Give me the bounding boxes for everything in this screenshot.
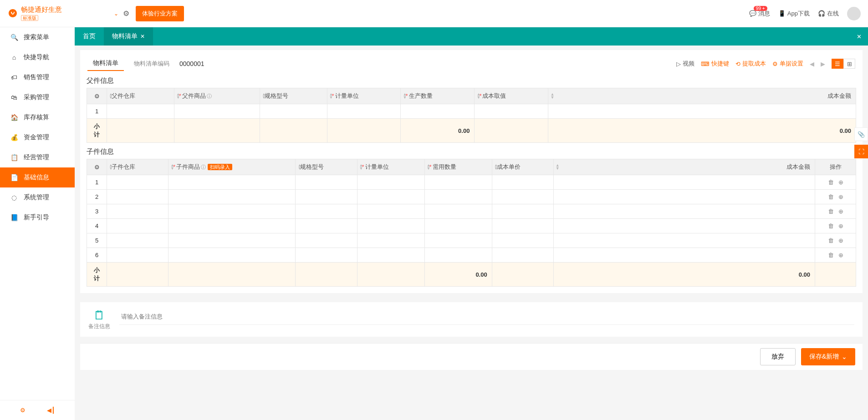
close-all-tabs-button[interactable]: ✕: [850, 27, 868, 46]
sidebar-item-purchase[interactable]: 🛍采购管理: [0, 87, 75, 107]
delete-row-icon[interactable]: 🗑: [828, 252, 834, 258]
col-parent-warehouse[interactable]: ▲▼父件仓库: [107, 88, 174, 104]
attachment-handle[interactable]: 📎: [854, 127, 868, 141]
delete-row-icon[interactable]: 🗑: [828, 179, 834, 186]
child-row[interactable]: 4🗑⊕: [87, 219, 856, 233]
col-child-product[interactable]: ▲▼*子件商品ⓘ扫码录入: [168, 159, 296, 175]
prev-page-button[interactable]: ◀: [810, 61, 814, 67]
col-child-costamount[interactable]: ▲▼成本金额: [553, 159, 815, 175]
sidebar-item-quicknav[interactable]: ⌂快捷导航: [0, 47, 75, 67]
child-row[interactable]: 3🗑⊕: [87, 204, 856, 219]
col-child-uom[interactable]: ▲▼*计量单位: [357, 159, 424, 175]
shortcut-button[interactable]: ⌨快捷键: [701, 60, 729, 68]
video-help-button[interactable]: ▷视频: [676, 60, 694, 68]
settings-gear-icon[interactable]: ⚙: [20, 407, 26, 414]
help-icon[interactable]: ⓘ: [201, 164, 206, 170]
sidebar-item-sales[interactable]: 🏷销售管理: [0, 67, 75, 87]
col-parent-costamount[interactable]: ▲▼成本金额: [548, 88, 856, 104]
next-page-button[interactable]: ▶: [821, 61, 825, 67]
child-row[interactable]: 1🗑⊕: [87, 175, 856, 190]
sidebar-item-search[interactable]: 🔍搜索菜单: [0, 27, 75, 47]
tag-icon: 🏷: [10, 73, 18, 81]
bom-code-value: 0000001: [179, 60, 204, 67]
view-card-button[interactable]: ⊞: [843, 59, 855, 69]
col-parent-costbasis[interactable]: ▲▼*成本取值: [475, 88, 548, 104]
brand-logo-icon: [7, 8, 18, 19]
column-settings-button[interactable]: ⚙: [87, 159, 107, 175]
col-child-qty[interactable]: ▲▼*需用数量: [424, 159, 492, 175]
footer-actions: 放弃 保存&新增⌄: [80, 343, 863, 370]
delete-row-icon[interactable]: 🗑: [828, 237, 834, 244]
parent-subtotal-row: 小计 0.00 0.00: [87, 119, 856, 143]
app-download-button[interactable]: 📱 App下载: [778, 10, 810, 18]
edition-badge: 标准版: [21, 15, 38, 21]
parent-table: ⚙ ▲▼父件仓库 ▲▼*父件商品ⓘ ▲▼规格型号 ▲▼*计量单位 ▲▼*生产数量…: [87, 88, 856, 143]
sidebar-item-guide[interactable]: 📘新手引导: [0, 207, 75, 228]
column-settings-button[interactable]: ⚙: [87, 88, 107, 104]
col-child-warehouse[interactable]: ▲▼子件仓库: [107, 159, 168, 175]
note-icon: 🗒: [88, 309, 110, 323]
chevron-down-icon: ⌄: [114, 10, 118, 17]
add-row-icon[interactable]: ⊕: [838, 223, 843, 229]
discard-button[interactable]: 放弃: [760, 348, 796, 365]
message-count-badge: 99 +: [754, 6, 767, 11]
view-toggle: ☰ ⊞: [832, 59, 855, 69]
side-handles: 📎 ⛶: [854, 127, 868, 158]
col-parent-product[interactable]: ▲▼*父件商品ⓘ: [174, 88, 260, 104]
delete-row-icon[interactable]: 🗑: [828, 208, 834, 215]
keyboard-icon: ⌨: [701, 61, 710, 67]
sidebar-item-inventory[interactable]: 🏠库存核算: [0, 107, 75, 127]
add-row-icon[interactable]: ⊕: [838, 179, 843, 186]
add-row-icon[interactable]: ⊕: [838, 237, 843, 244]
gear-icon: ⚙: [772, 61, 778, 67]
tab-home[interactable]: 首页: [75, 27, 104, 46]
gear-icon[interactable]: ⚙: [123, 9, 129, 18]
child-row[interactable]: 2🗑⊕: [87, 190, 856, 204]
col-parent-qty[interactable]: ▲▼*生产数量: [401, 88, 475, 104]
child-section-title: 子件信息: [87, 147, 856, 156]
sidebar-item-funds[interactable]: 💰资金管理: [0, 127, 75, 147]
search-icon: 🔍: [10, 33, 18, 41]
sidebar-item-system[interactable]: ◌系统管理: [0, 187, 75, 207]
tab-bom[interactable]: 物料清单✕: [104, 27, 153, 46]
remark-input[interactable]: [119, 309, 854, 325]
scan-input-chip[interactable]: 扫码录入: [208, 164, 232, 170]
parent-section-title: 父件信息: [87, 76, 856, 85]
child-row[interactable]: 6🗑⊕: [87, 248, 856, 263]
add-row-icon[interactable]: ⊕: [838, 193, 843, 200]
book-icon: 📘: [10, 213, 18, 222]
col-parent-uom[interactable]: ▲▼*计量单位: [327, 88, 401, 104]
collapse-sidebar-icon[interactable]: ◀┃: [47, 407, 55, 414]
parent-row[interactable]: 1: [87, 104, 856, 119]
sidebar-item-basicinfo[interactable]: 📄基础信息: [0, 167, 75, 187]
promo-button[interactable]: 体验行业方案: [136, 6, 184, 21]
tabbar: 首页 物料清单✕ ✕: [75, 27, 868, 46]
user-avatar[interactable]: [847, 7, 861, 20]
delete-row-icon[interactable]: 🗑: [828, 223, 834, 229]
clipboard-icon: 📋: [10, 153, 18, 162]
col-parent-spec[interactable]: ▲▼规格型号: [260, 88, 327, 104]
child-table: ⚙ ▲▼子件仓库 ▲▼*子件商品ⓘ扫码录入 ▲▼规格型号 ▲▼*计量单位 ▲▼*…: [87, 159, 856, 287]
col-child-spec[interactable]: ▲▼规格型号: [296, 159, 357, 175]
subtab-bom[interactable]: 物料清单: [87, 56, 124, 71]
sidebar: 🔍搜索菜单 ⌂快捷导航 🏷销售管理 🛍采购管理 🏠库存核算 💰资金管理 📋经营管…: [0, 27, 75, 420]
col-child-unitcost[interactable]: ▲▼成本单价: [492, 159, 553, 175]
sidebar-item-operations[interactable]: 📋经营管理: [0, 147, 75, 167]
account-switcher[interactable]: ⌄ ⚙: [84, 9, 129, 18]
extract-cost-button[interactable]: ⟲提取成本: [735, 60, 766, 68]
close-icon[interactable]: ✕: [140, 33, 145, 40]
help-icon[interactable]: ⓘ: [207, 93, 212, 99]
doc-settings-button[interactable]: ⚙单据设置: [772, 60, 803, 68]
add-row-icon[interactable]: ⊕: [838, 252, 843, 258]
delete-row-icon[interactable]: 🗑: [828, 193, 834, 200]
add-row-icon[interactable]: ⊕: [838, 208, 843, 215]
save-and-new-button[interactable]: 保存&新增⌄: [801, 348, 855, 365]
headset-icon: 🎧: [818, 10, 825, 17]
extract-icon: ⟲: [735, 61, 740, 67]
view-list-button[interactable]: ☰: [832, 59, 843, 69]
expand-handle[interactable]: ⛶: [854, 145, 868, 158]
play-icon: ▷: [676, 61, 681, 67]
messages-button[interactable]: 💬 消息 99 +: [749, 10, 770, 18]
online-support-button[interactable]: 🎧 在线: [818, 10, 839, 18]
child-row[interactable]: 5🗑⊕: [87, 233, 856, 248]
